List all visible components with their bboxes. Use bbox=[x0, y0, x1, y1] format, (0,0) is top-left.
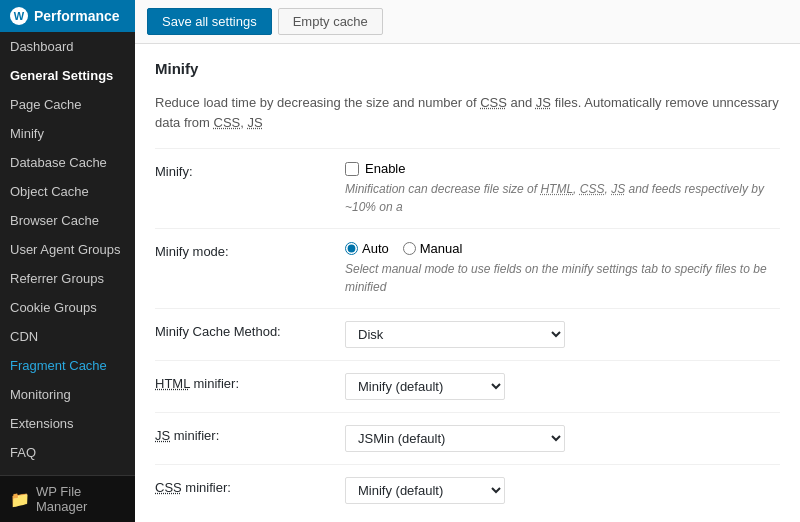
minify-label: Minify: bbox=[155, 161, 345, 179]
css-ref: CSS bbox=[480, 95, 507, 110]
minify-cache-method-select[interactable]: Disk Memcached Redis bbox=[345, 321, 565, 348]
minify-control: Enable Minification can decrease file si… bbox=[345, 161, 780, 216]
section-title: Minify bbox=[155, 60, 780, 83]
plugin-icon bbox=[10, 7, 28, 25]
sidebar-footer[interactable]: 📁 WP File Manager bbox=[0, 475, 135, 522]
sidebar-item-monitoring[interactable]: Monitoring bbox=[0, 380, 135, 409]
minify-checkbox-label[interactable]: Enable bbox=[365, 161, 405, 176]
content-area: Minify Reduce load time by decreasing th… bbox=[135, 44, 800, 522]
minify-mode-radio-row: Auto Manual bbox=[345, 241, 780, 256]
js-ref2: JS bbox=[248, 115, 263, 130]
sidebar-item-faq[interactable]: FAQ bbox=[0, 438, 135, 467]
radio-manual-label[interactable]: Manual bbox=[420, 241, 463, 256]
sidebar-footer-label: WP File Manager bbox=[36, 484, 125, 514]
minify-cache-method-row: Minify Cache Method: Disk Memcached Redi… bbox=[155, 308, 780, 360]
js-minifier-control: JSMin (default) None bbox=[345, 425, 780, 452]
sidebar-nav: DashboardGeneral SettingsPage CacheMinif… bbox=[0, 32, 135, 475]
radio-manual: Manual bbox=[403, 241, 463, 256]
minify-enable-row: Minify: Enable Minification can decrease… bbox=[155, 148, 780, 228]
top-bar: Save all settings Empty cache bbox=[135, 0, 800, 44]
sidebar-item-page-cache[interactable]: Page Cache bbox=[0, 90, 135, 119]
sidebar: Performance DashboardGeneral SettingsPag… bbox=[0, 0, 135, 522]
html-minifier-control: Minify (default) None bbox=[345, 373, 780, 400]
radio-auto-input[interactable] bbox=[345, 242, 358, 255]
main-content: Save all settings Empty cache Minify Red… bbox=[135, 0, 800, 522]
minify-mode-row: Minify mode: Auto Manual Select manual m… bbox=[155, 228, 780, 308]
sidebar-item-general-settings[interactable]: General Settings bbox=[0, 61, 135, 90]
minify-checkbox-row: Enable bbox=[345, 161, 780, 176]
css-ref2: CSS bbox=[214, 115, 241, 130]
sidebar-item-extensions[interactable]: Extensions bbox=[0, 409, 135, 438]
js-ref: JS bbox=[536, 95, 551, 110]
html-minifier-select[interactable]: Minify (default) None bbox=[345, 373, 505, 400]
sidebar-header: Performance bbox=[0, 0, 135, 32]
js-minifier-row: JS minifier: JSMin (default) None bbox=[155, 412, 780, 464]
html-minifier-row: HTML minifier: Minify (default) None bbox=[155, 360, 780, 412]
sidebar-item-object-cache[interactable]: Object Cache bbox=[0, 177, 135, 206]
sidebar-item-fragment-cache[interactable]: Fragment Cache bbox=[0, 351, 135, 380]
sidebar-item-referrer-groups[interactable]: Referrer Groups bbox=[0, 264, 135, 293]
minify-mode-desc: Select manual mode to use fields on the … bbox=[345, 260, 780, 296]
sidebar-item-user-agent-groups[interactable]: User Agent Groups bbox=[0, 235, 135, 264]
sidebar-item-browser-cache[interactable]: Browser Cache bbox=[0, 206, 135, 235]
radio-manual-input[interactable] bbox=[403, 242, 416, 255]
radio-auto: Auto bbox=[345, 241, 389, 256]
sidebar-item-support[interactable]: Support bbox=[0, 467, 135, 475]
file-manager-icon: 📁 bbox=[10, 490, 30, 509]
js-minifier-select[interactable]: JSMin (default) None bbox=[345, 425, 565, 452]
sidebar-item-minify[interactable]: Minify bbox=[0, 119, 135, 148]
minify-cache-method-control: Disk Memcached Redis bbox=[345, 321, 780, 348]
top-empty-cache-button[interactable]: Empty cache bbox=[278, 8, 383, 35]
sidebar-item-cdn[interactable]: CDN bbox=[0, 322, 135, 351]
css-minifier-row: CSS minifier: Minify (default) None bbox=[155, 464, 780, 516]
css-minifier-control: Minify (default) None bbox=[345, 477, 780, 504]
css-minifier-select[interactable]: Minify (default) None bbox=[345, 477, 505, 504]
js-minifier-label: JS minifier: bbox=[155, 425, 345, 443]
html-minifier-label: HTML minifier: bbox=[155, 373, 345, 391]
minify-desc: Minification can decrease file size of H… bbox=[345, 180, 780, 216]
top-save-button[interactable]: Save all settings bbox=[147, 8, 272, 35]
sidebar-title: Performance bbox=[34, 8, 120, 24]
radio-auto-label[interactable]: Auto bbox=[362, 241, 389, 256]
sidebar-item-dashboard[interactable]: Dashboard bbox=[0, 32, 135, 61]
css-minifier-label: CSS minifier: bbox=[155, 477, 345, 495]
minify-checkbox[interactable] bbox=[345, 162, 359, 176]
sidebar-item-database-cache[interactable]: Database Cache bbox=[0, 148, 135, 177]
minify-mode-label: Minify mode: bbox=[155, 241, 345, 259]
minify-cache-method-label: Minify Cache Method: bbox=[155, 321, 345, 339]
minify-mode-control: Auto Manual Select manual mode to use fi… bbox=[345, 241, 780, 296]
section-description: Reduce load time by decreasing the size … bbox=[155, 93, 780, 132]
sidebar-item-cookie-groups[interactable]: Cookie Groups bbox=[0, 293, 135, 322]
